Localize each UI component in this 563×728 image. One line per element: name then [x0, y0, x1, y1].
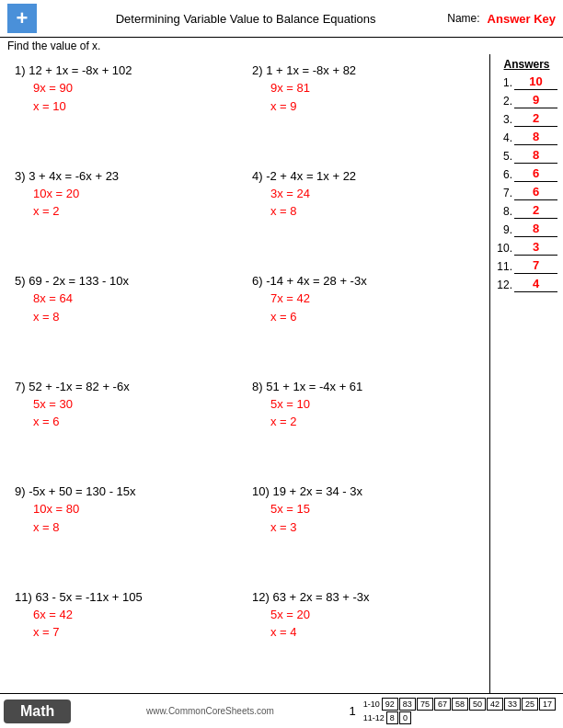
score-2: 83	[399, 698, 416, 711]
problem-statement-8: 8) 51 + 1x = -4x + 61	[252, 380, 475, 393]
step2-1: x = 10	[33, 97, 237, 116]
problem-7: 7) 52 + -1x = 82 + -6x 5x = 30 x = 6	[7, 374, 245, 480]
step1-10: 5x = 15	[270, 500, 475, 518]
answer-item-7: 7. 6	[496, 185, 557, 200]
problem-4: 4) -2 + 4x = 1x + 22 3x = 24 x = 8	[245, 164, 482, 269]
answer-num-9: 9.	[496, 223, 512, 236]
answer-item-10: 10. 3	[496, 240, 557, 256]
scores-row1: 92837567585042332517	[382, 698, 556, 711]
subheader: Find the value of x.	[0, 38, 563, 54]
problem-2: 2) 1 + 1x = -8x + 82 9x = 81 x = 9	[245, 58, 482, 164]
answer-num-2: 2.	[496, 95, 512, 108]
answer-value-1: 10	[514, 74, 557, 90]
problem-statement-4: 4) -2 + 4x = 1x + 22	[252, 169, 475, 183]
problem-statement-3: 3) 3 + 4x = -6x + 23	[15, 169, 237, 183]
problem-statement-10: 10) 19 + 2x = 34 - 3x	[252, 484, 475, 498]
problem-statement-11: 11) 63 - 5x = -11x + 105	[15, 590, 237, 604]
answer-value-10: 3	[514, 240, 557, 256]
answer-item-11: 11. 7	[496, 258, 557, 274]
answer-value-5: 8	[514, 148, 557, 164]
problem-statement-9: 9) -5x + 50 = 130 - 15x	[15, 484, 237, 498]
score-9: 25	[522, 698, 538, 711]
step2-4: x = 8	[270, 202, 475, 221]
step1-11: 6x = 42	[33, 606, 237, 624]
score-4: 67	[434, 698, 451, 711]
problem-6: 6) -14 + 4x = 28 + -3x 7x = 42 x = 6	[245, 268, 482, 374]
problem-9: 9) -5x + 50 = 130 - 15x 10x = 80 x = 8	[7, 479, 245, 585]
problem-statement-2: 2) 1 + 1x = -8x + 82	[252, 63, 475, 77]
score-5: 58	[452, 698, 468, 711]
answer-key-label: Answer Key	[488, 12, 556, 26]
answer-num-10: 10.	[496, 242, 512, 255]
step2-6: x = 6	[270, 308, 475, 326]
main-section: 1) 12 + 1x = -8x + 102 9x = 90 x = 10 2)…	[0, 54, 489, 693]
step1-5: 8x = 64	[33, 290, 237, 308]
step1-7: 5x = 30	[33, 395, 237, 414]
problem-3: 3) 3 + 4x = -6x + 23 10x = 20 x = 2	[7, 164, 245, 269]
math-badge: Math	[4, 700, 71, 723]
answer-item-1: 1. 10	[496, 74, 557, 90]
step2-10: x = 3	[270, 518, 475, 537]
step1-4: 3x = 24	[270, 185, 475, 203]
step2-9: x = 8	[33, 518, 237, 537]
answer-value-11: 7	[514, 258, 557, 274]
problem-11: 11) 63 - 5x = -11x + 105 6x = 42 x = 7	[7, 585, 245, 690]
logo-plus-icon: +	[17, 8, 29, 28]
step1-6: 7x = 42	[270, 290, 475, 308]
logo: +	[7, 4, 37, 33]
step2-2: x = 9	[270, 97, 475, 116]
answer-num-1: 1.	[496, 76, 512, 89]
problem-statement-6: 6) -14 + 4x = 28 + -3x	[252, 274, 475, 288]
step2-7: x = 6	[33, 413, 237, 431]
step2-11: x = 7	[33, 623, 237, 642]
problem-statement-5: 5) 69 - 2x = 133 - 10x	[15, 274, 237, 288]
answer-num-12: 12.	[496, 279, 512, 291]
answer-item-9: 9. 8	[496, 222, 557, 237]
range1-label: 1-10	[363, 700, 380, 709]
problems-grid: 1) 12 + 1x = -8x + 102 9x = 90 x = 10 2)…	[7, 58, 482, 689]
header: + Determining Variable Value to Balance …	[0, 0, 563, 38]
problem-statement-1: 1) 12 + 1x = -8x + 102	[15, 63, 237, 77]
score-3: 75	[417, 698, 433, 711]
answer-num-6: 6.	[496, 168, 512, 181]
score-1: 92	[382, 698, 398, 711]
problem-12: 12) 63 + 2x = 83 + -3x 5x = 20 x = 4	[245, 585, 482, 690]
problem-8: 8) 51 + 1x = -4x + 61 5x = 10 x = 2	[245, 374, 482, 480]
answer-item-3: 3. 2	[496, 111, 557, 127]
answer-value-4: 8	[514, 130, 557, 145]
score2-1: 8	[386, 711, 398, 724]
answer-value-6: 6	[514, 166, 557, 182]
step1-3: 10x = 20	[33, 185, 237, 203]
problem-5: 5) 69 - 2x = 133 - 10x 8x = 64 x = 8	[7, 268, 245, 374]
footer-url: www.CommonCoreSheets.com	[78, 706, 341, 716]
page: + Determining Variable Value to Balance …	[0, 0, 563, 728]
problem-statement-7: 7) 52 + -1x = 82 + -6x	[15, 380, 237, 393]
answer-item-2: 2. 9	[496, 93, 557, 108]
answer-sidebar: Answers 1. 10 2. 9 3. 2 4. 8 5. 8 6. 6 7…	[489, 54, 563, 693]
step2-12: x = 4	[270, 623, 475, 642]
problem-statement-12: 12) 63 + 2x = 83 + -3x	[252, 590, 475, 604]
answer-num-11: 11.	[496, 260, 512, 273]
answer-value-3: 2	[514, 111, 557, 127]
score-8: 33	[504, 698, 521, 711]
score2-2: 0	[399, 711, 411, 724]
answer-value-8: 2	[514, 203, 557, 219]
answer-num-8: 8.	[496, 205, 512, 218]
footer-stats: 1-10 92837567585042332517 11-12 80	[363, 698, 556, 724]
step1-2: 9x = 81	[270, 79, 475, 97]
answer-value-12: 4	[514, 277, 557, 292]
content-area: 1) 12 + 1x = -8x + 102 9x = 90 x = 10 2)…	[0, 54, 563, 693]
answer-num-4: 4.	[496, 131, 512, 144]
step1-1: 9x = 90	[33, 79, 237, 97]
answer-value-7: 6	[514, 185, 557, 200]
answer-item-6: 6. 6	[496, 166, 557, 182]
header-title: Determining Variable Value to Balance Eq…	[44, 12, 447, 26]
step1-12: 5x = 20	[270, 606, 475, 624]
step2-3: x = 2	[33, 202, 237, 221]
answer-item-4: 4. 8	[496, 130, 557, 145]
problem-10: 10) 19 + 2x = 34 - 3x 5x = 15 x = 3	[245, 479, 482, 585]
step2-5: x = 8	[33, 308, 237, 326]
score-6: 50	[469, 698, 486, 711]
instruction-text: Find the value of x.	[7, 40, 100, 52]
answer-item-12: 12. 4	[496, 277, 557, 292]
